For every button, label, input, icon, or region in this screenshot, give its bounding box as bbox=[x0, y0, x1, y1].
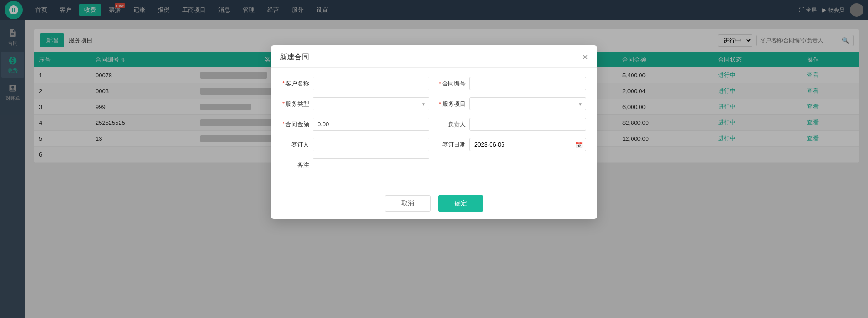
modal-overlay[interactable]: 新建合同 ✕ *客户名称 *合同编号 bbox=[0, 0, 868, 318]
service-item-label: *服务项目 bbox=[439, 100, 466, 108]
form-group-amount: *合同金额 bbox=[282, 118, 429, 131]
required-star: * bbox=[282, 80, 285, 87]
form-row-3: *合同金额 负责人 bbox=[282, 118, 586, 131]
form-row-4: 签订人 签订日期 📅 bbox=[282, 138, 586, 151]
form-group-service-item: *服务项目 ▼ bbox=[439, 97, 586, 110]
service-type-select-wrap: ▼ bbox=[313, 97, 429, 110]
customer-name-input[interactable] bbox=[313, 77, 429, 90]
sign-date-input[interactable] bbox=[469, 138, 586, 151]
service-item-select-wrap: ▼ bbox=[469, 97, 586, 110]
customer-name-label: *客户名称 bbox=[282, 80, 309, 88]
service-type-label: *服务类型 bbox=[282, 100, 309, 108]
responsible-label: 负责人 bbox=[439, 120, 466, 128]
cancel-button[interactable]: 取消 bbox=[385, 195, 431, 212]
confirm-button[interactable]: 确定 bbox=[438, 195, 483, 212]
form-row-5: 备注 bbox=[282, 158, 586, 171]
contract-no-input[interactable] bbox=[469, 77, 586, 90]
service-item-select[interactable] bbox=[469, 97, 586, 110]
form-row-1: *客户名称 *合同编号 bbox=[282, 77, 586, 90]
signer-input[interactable] bbox=[313, 138, 429, 151]
new-contract-modal: 新建合同 ✕ *客户名称 *合同编号 bbox=[271, 45, 597, 219]
required-star-2: * bbox=[439, 80, 441, 87]
form-group-customer: *客户名称 bbox=[282, 77, 429, 90]
modal-title: 新建合同 bbox=[280, 52, 309, 62]
service-type-select[interactable] bbox=[313, 97, 429, 110]
amount-input[interactable] bbox=[313, 118, 429, 131]
signer-label: 签订人 bbox=[282, 141, 309, 149]
form-row-2: *服务类型 ▼ *服务项目 bbox=[282, 97, 586, 110]
modal-body: *客户名称 *合同编号 *服务类型 bbox=[271, 68, 597, 188]
required-star-3: * bbox=[282, 100, 285, 107]
amount-label: *合同金额 bbox=[282, 120, 309, 128]
form-group-remark: 备注 bbox=[282, 158, 429, 171]
modal-header: 新建合同 ✕ bbox=[271, 45, 597, 68]
responsible-input[interactable] bbox=[469, 118, 586, 131]
sign-date-label: 签订日期 bbox=[439, 141, 466, 149]
form-group-responsible: 负责人 bbox=[439, 118, 586, 131]
form-group-contract-no: *合同编号 bbox=[439, 77, 586, 90]
sign-date-wrap: 📅 bbox=[469, 138, 586, 151]
modal-close-button[interactable]: ✕ bbox=[582, 54, 588, 61]
form-group-sign-date: 签订日期 📅 bbox=[439, 138, 586, 151]
contract-no-label: *合同编号 bbox=[439, 80, 466, 88]
form-group-service-type: *服务类型 ▼ bbox=[282, 97, 429, 110]
remark-label: 备注 bbox=[282, 161, 309, 169]
form-group-signer: 签订人 bbox=[282, 138, 429, 151]
modal-footer: 取消 确定 bbox=[271, 188, 597, 219]
remark-input[interactable] bbox=[313, 158, 429, 171]
required-star-4: * bbox=[439, 100, 441, 107]
calendar-icon[interactable]: 📅 bbox=[575, 141, 583, 148]
required-star-5: * bbox=[282, 121, 285, 128]
